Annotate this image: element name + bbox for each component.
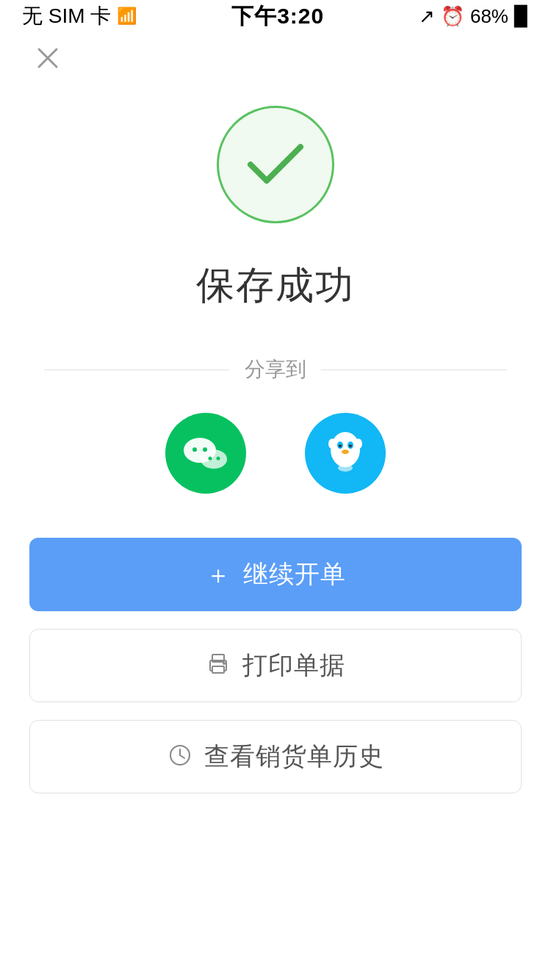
svg-point-14 [342, 450, 349, 454]
svg-rect-18 [212, 666, 224, 673]
status-right: ↗ ⏰ 68% ▉ [419, 5, 529, 28]
svg-point-4 [192, 447, 197, 452]
alarm-icon: ⏰ [441, 5, 464, 28]
print-button[interactable]: 打印单据 [29, 629, 522, 702]
main-content: 保存成功 分享到 [0, 32, 551, 980]
plus-icon: ＋ [206, 562, 231, 587]
history-icon [168, 743, 192, 771]
svg-point-12 [339, 444, 342, 447]
action-buttons: ＋ 继续开单 打印单据 [0, 538, 551, 793]
success-circle [217, 106, 334, 223]
battery-icon: ▉ [514, 5, 529, 28]
no-sim-text: 无 SIM 卡 [22, 2, 111, 30]
success-title: 保存成功 [196, 260, 355, 311]
svg-point-6 [209, 457, 212, 461]
share-section: 分享到 [0, 356, 551, 494]
wechat-share-button[interactable] [165, 413, 246, 494]
close-button[interactable] [29, 40, 66, 76]
share-icons [165, 413, 386, 494]
svg-point-15 [328, 439, 336, 449]
svg-point-13 [349, 444, 352, 447]
wifi-icon: 📶 [117, 7, 137, 26]
svg-point-20 [223, 662, 226, 665]
location-icon: ↗ [419, 5, 435, 28]
svg-point-9 [338, 464, 353, 472]
history-label: 查看销货单历史 [204, 740, 384, 774]
svg-point-3 [201, 450, 227, 469]
status-bar: 无 SIM 卡 📶 下午3:20 ↗ ⏰ 68% ▉ [0, 0, 551, 32]
svg-line-23 [180, 755, 184, 758]
print-label: 打印单据 [242, 649, 345, 682]
qq-share-button[interactable] [305, 413, 386, 494]
continue-button[interactable]: ＋ 继续开单 [29, 538, 522, 611]
print-icon [206, 652, 231, 680]
battery-text: 68% [470, 5, 508, 28]
svg-point-5 [203, 447, 207, 452]
share-label: 分享到 [230, 356, 321, 383]
printer-icon [206, 652, 231, 677]
continue-label: 继续开单 [243, 558, 346, 591]
status-time: 下午3:20 [231, 1, 324, 32]
svg-point-16 [355, 439, 362, 449]
clock-icon [168, 743, 192, 768]
status-left: 无 SIM 卡 📶 [22, 2, 137, 30]
svg-point-7 [217, 457, 220, 461]
qq-icon [322, 428, 370, 479]
share-divider: 分享到 [0, 356, 551, 383]
wechat-icon [180, 431, 231, 475]
history-button[interactable]: 查看销货单历史 [29, 720, 522, 793]
close-icon [36, 46, 60, 70]
checkmark-icon [246, 143, 305, 187]
